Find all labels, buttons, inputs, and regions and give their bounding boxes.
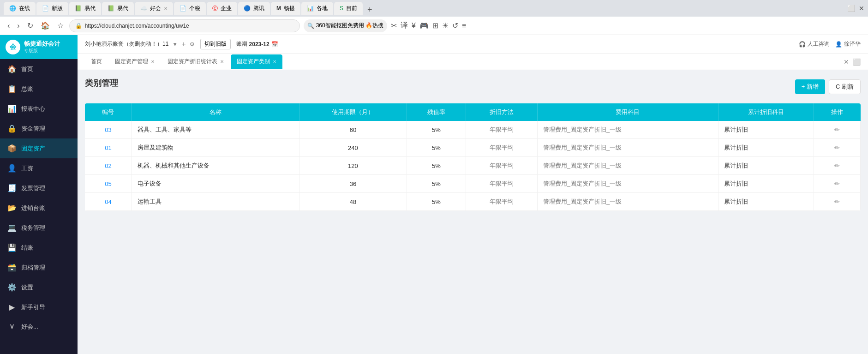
search-text: 360智能抠图免费用 🔥热搜 xyxy=(316,22,383,30)
cell-expense: 管理费用_固定资产折旧_一级 xyxy=(537,121,718,139)
tab-category-close[interactable]: ✕ xyxy=(273,59,276,64)
sidebar-item-settings[interactable]: ⚙️ 设置 xyxy=(0,277,78,297)
sidebar-item-salary[interactable]: 👤 工资 xyxy=(0,158,78,178)
col-accum: 累计折旧科目 xyxy=(718,103,814,121)
tab-geshui[interactable]: 📄个税 xyxy=(174,2,206,15)
window-minimize[interactable]: — xyxy=(837,5,844,12)
user-btn[interactable]: 👤 徐泽华 xyxy=(835,40,861,48)
close-tab-icon[interactable]: ✕ xyxy=(844,58,849,66)
edit-icon[interactable]: ✏ xyxy=(834,180,840,187)
main-content: 刘小艳演示账套（勿删勿动！）11 ▼ + ⚙ 切到旧版 账期 2023-12 📅… xyxy=(78,35,868,354)
sidebar: 会 畅捷通好会计 专版版 🏠 首页 📋 总账 📊 报表中心 🔒 资金管理 xyxy=(0,35,78,354)
sidebar-label-closing: 结账 xyxy=(21,244,33,252)
cell-code: 02 xyxy=(85,157,132,175)
sidebar-item-archive[interactable]: 🗃️ 归档管理 xyxy=(0,258,78,277)
tab-qiye[interactable]: Ⓒ企业 xyxy=(207,2,237,15)
tab-depreciation-table[interactable]: 固定资产折旧统计表 ✕ xyxy=(162,54,230,69)
tab-tengxun[interactable]: 🔵腾讯 xyxy=(238,2,270,15)
ledger-icon: 📋 xyxy=(7,84,17,93)
expand-tab-icon[interactable]: ⬜ xyxy=(853,58,861,66)
table-row: 05 电子设备 36 5% 年限平均 管理费用_固定资产折旧_一级 累计折旧 ✏ xyxy=(85,175,861,193)
service-btn[interactable]: 🎧 人工咨询 xyxy=(799,40,830,48)
table-body: 03 器具、工具、家具等 60 5% 年限平均 管理费用_固定资产折旧_一级 累… xyxy=(85,121,861,211)
address-bar-row: ‹ › ↻ 🏠 ☆ 🔒 https://cloud.chanjet.com/ac… xyxy=(0,17,868,35)
edit-icon[interactable]: ✏ xyxy=(834,126,840,133)
cell-action: ✏ xyxy=(814,193,860,211)
col-rate: 残值率 xyxy=(407,103,466,121)
cell-action: ✏ xyxy=(814,157,860,175)
edit-icon[interactable]: ✏ xyxy=(834,162,840,169)
sidebar-item-guide[interactable]: ▶ 新手引导 xyxy=(0,297,78,317)
sidebar-item-general-ledger[interactable]: 📋 总账 xyxy=(0,79,78,99)
reload-btn[interactable]: ↻ xyxy=(25,19,35,32)
tab-depreciation-close[interactable]: ✕ xyxy=(220,59,224,64)
sidebar-item-tax[interactable]: 💻 税务管理 xyxy=(0,218,78,238)
tab-assets-mgmt-close[interactable]: ✕ xyxy=(151,59,155,64)
data-table: 编号 名称 使用期限（月） 残值率 折旧方法 费用科目 累计折旧科目 操作 03… xyxy=(85,103,861,211)
grid-icon[interactable]: ⊞ xyxy=(432,21,438,30)
cell-code: 04 xyxy=(85,193,132,211)
tab-asset-category[interactable]: 固定资产类别 ✕ xyxy=(231,54,282,69)
sidebar-label-assets: 固定资产 xyxy=(21,144,45,153)
brightness-icon[interactable]: ☀ xyxy=(442,21,449,30)
address-input[interactable]: 🔒 https://cloud.chanjet.com/accounting/u… xyxy=(69,19,300,32)
scissors-icon[interactable]: ✂ xyxy=(391,21,397,30)
sidebar-item-home[interactable]: 🏠 首页 xyxy=(0,59,78,79)
logo-icon: 会 xyxy=(6,40,20,54)
sidebar-item-fixed-assets[interactable]: 📦 固定资产 xyxy=(0,138,78,158)
bookmark-btn[interactable]: ☆ xyxy=(55,19,66,32)
wallet-icon[interactable]: ¥ xyxy=(412,22,416,30)
add-btn[interactable]: + 新增 xyxy=(795,79,825,94)
tab-close-haohui[interactable]: ✕ xyxy=(164,6,168,11)
browser-toolbar-icons: ✂ 译 ¥ 🎮 ⊞ ☀ ↺ ≡ xyxy=(391,21,466,30)
new-tab-btn[interactable]: + xyxy=(364,5,376,15)
cell-rate: 5% xyxy=(407,121,466,139)
tab-zaixin[interactable]: 🌐在线 xyxy=(4,2,36,15)
calendar-icon[interactable]: 📅 xyxy=(271,41,278,48)
back-btn[interactable]: ‹ xyxy=(6,20,12,32)
window-close[interactable]: ✕ xyxy=(859,5,864,12)
sidebar-label-ledger: 总账 xyxy=(21,85,33,93)
tab-yidai1[interactable]: 📗易代 xyxy=(69,2,101,15)
tab-fixed-assets-mgmt[interactable]: 固定资产管理 ✕ xyxy=(109,54,161,69)
game-icon[interactable]: 🎮 xyxy=(419,21,429,30)
sidebar-item-reports[interactable]: 📊 报表中心 xyxy=(0,99,78,119)
account-name: 刘小艳演示账套（勿删勿动！）11 xyxy=(85,40,168,48)
refresh-btn[interactable]: C 刷新 xyxy=(829,79,861,94)
cell-rate: 5% xyxy=(407,175,466,193)
cell-action: ✏ xyxy=(814,139,860,157)
tab-gedi[interactable]: 📊各地 xyxy=(301,2,333,15)
history-icon[interactable]: ↺ xyxy=(452,21,458,30)
sidebar-item-closing[interactable]: 💾 结账 xyxy=(0,238,78,258)
old-version-btn[interactable]: 切到旧版 xyxy=(200,39,231,49)
menu-icon[interactable]: ≡ xyxy=(462,22,466,30)
tab-yidai2[interactable]: 📗易代 xyxy=(102,2,134,15)
col-expense: 费用科目 xyxy=(537,103,718,121)
cell-expense: 管理费用_固定资产折旧_一级 xyxy=(537,139,718,157)
translate-icon[interactable]: 译 xyxy=(401,21,408,30)
window-maximize[interactable]: ⬜ xyxy=(847,5,855,12)
cell-period: 120 xyxy=(299,157,407,175)
sidebar-item-capital[interactable]: 🔒 资金管理 xyxy=(0,119,78,138)
col-action: 操作 xyxy=(814,103,860,121)
sidebar-item-purchase[interactable]: 📂 进销台账 xyxy=(0,198,78,218)
expand-icon[interactable]: ▼ xyxy=(172,41,178,48)
search-bar[interactable]: 🔍 360智能抠图免费用 🔥热搜 xyxy=(304,19,387,32)
tab-xinban[interactable]: 📄新版 xyxy=(36,2,68,15)
edit-icon[interactable]: ✏ xyxy=(834,198,840,205)
tab-haohui[interactable]: ☁️好会✕ xyxy=(135,2,173,15)
sidebar-item-haohui[interactable]: V 好会... xyxy=(0,317,78,336)
report-icon: 📊 xyxy=(7,104,17,113)
settings-gear-icon[interactable]: ⚙ xyxy=(190,41,195,48)
forward-btn[interactable]: › xyxy=(15,20,21,32)
tab-muqian[interactable]: S目前 xyxy=(334,2,363,15)
cell-expense: 管理费用_固定资产折旧_一级 xyxy=(537,193,718,211)
capital-icon: 🔒 xyxy=(7,124,17,133)
page-tab-bar: 首页 固定资产管理 ✕ 固定资产折旧统计表 ✕ 固定资产类别 ✕ ✕ ⬜ xyxy=(78,54,868,70)
sidebar-item-invoice[interactable]: 🧾 发票管理 xyxy=(0,178,78,198)
tab-home[interactable]: 首页 xyxy=(85,54,108,69)
edit-icon[interactable]: ✏ xyxy=(834,144,840,151)
tab-changti[interactable]: M畅提 xyxy=(271,2,300,15)
home-btn[interactable]: 🏠 xyxy=(39,19,52,32)
add-account-icon[interactable]: + xyxy=(181,40,186,48)
